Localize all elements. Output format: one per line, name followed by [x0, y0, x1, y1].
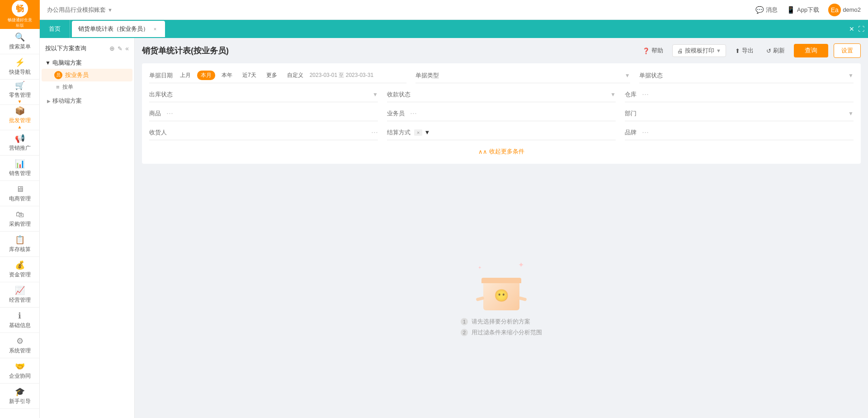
sidebar-item-operation[interactable]: 📈经营管理 [0, 282, 40, 308]
filter-row-1: 单据日期 上月 本月 本年 近7天 更多 自定义 2023-03-01 至 20… [149, 69, 854, 83]
help-icon: ❓ [642, 48, 650, 54]
scheme-icon-text: 员 [56, 72, 61, 78]
bill-type-value[interactable]: ▼ [443, 72, 630, 79]
empty-illustration: 😶 ✦ ✦ [474, 261, 528, 310]
sidebar-item-label: 资金管理 [9, 271, 31, 279]
receiver-more-btn[interactable]: ··· [371, 128, 378, 137]
date-filter-buttons: 上月 本月 本年 近7天 更多 自定义 2023-03-01 至 2023-03… [176, 71, 373, 80]
mobile-scheme-item[interactable]: ▶ 移动端方案 [40, 95, 134, 107]
sidebar-item-retail[interactable]: 🛒零售管理 ▼ [0, 80, 40, 105]
system-icon: ⚙ [16, 336, 24, 346]
bill-status-value[interactable]: ▼ [666, 72, 854, 79]
date-last-month-btn[interactable]: 上月 [176, 71, 194, 80]
settle-tag-remove[interactable]: × [417, 130, 420, 135]
active-tab[interactable]: 销货单统计表（按业务员） × [72, 21, 165, 37]
export-label: 导出 [742, 47, 754, 55]
dept-dropdown[interactable]: ▼ [640, 110, 854, 117]
date-more-btn[interactable]: 更多 [263, 71, 281, 80]
salesman-value: ··· [408, 109, 616, 118]
salesman-more-btn[interactable]: ··· [410, 109, 417, 118]
sidebar-item-basicinfo[interactable]: ℹ基础信息 [0, 308, 40, 333]
sidebar-item-system[interactable]: ⚙系统管理 [0, 333, 40, 358]
page-title-bar: 销货单统计表(按业务员) ❓ 帮助 🖨 按模板打印 ▼ ⬆ 导出 [142, 43, 861, 58]
receiver-input[interactable] [170, 129, 368, 136]
collab-icon: 🤝 [15, 361, 25, 371]
close-window-btn[interactable]: ✕ [849, 25, 854, 33]
empty-hint-1: 1 请先选择要分析的方案 [461, 318, 542, 326]
scheme-item-salesman[interactable]: 员 按业务员 [42, 69, 132, 81]
sidebar-item-purchase[interactable]: 🛍采购管理 [0, 206, 40, 232]
chevron-down-icon: ▼ [610, 91, 616, 98]
warehouse-more-btn[interactable]: ··· [642, 90, 649, 99]
bill-type-dropdown[interactable]: ▼ [443, 72, 630, 79]
collapse-filters-btn[interactable]: ∧∧ 收起更多条件 [149, 145, 854, 158]
sidebar-item-guide[interactable]: 🎓新手引导 [0, 384, 40, 409]
bill-type-label: 单据类型 [415, 71, 439, 80]
print-dropdown-icon: ▼ [716, 48, 721, 53]
print-btn[interactable]: 🖨 按模板打印 ▼ [672, 44, 726, 57]
query-button[interactable]: 查询 [794, 44, 828, 57]
refresh-btn[interactable]: ↺ 刷新 [763, 45, 788, 57]
empty-hint-2: 2 用过滤条件来缩小分析范围 [461, 328, 542, 337]
user-info[interactable]: Ea demo2 [828, 4, 861, 16]
out-status-dropdown[interactable]: ▼ [176, 91, 378, 98]
message-btn[interactable]: 💬 消息 [755, 6, 778, 14]
sidebar-item-label: 新手引导 [9, 398, 31, 405]
sidebar-item-finance[interactable]: 💰资金管理 [0, 257, 40, 282]
tab-close-btn[interactable]: × [151, 25, 159, 33]
sparkle-icon: ✦ [518, 261, 524, 269]
refresh-label: 刷新 [773, 47, 785, 55]
goods-more-btn[interactable]: ··· [166, 109, 173, 118]
chevron-down-icon: ▼ [625, 72, 630, 79]
print-icon: 🖨 [677, 48, 683, 54]
refresh-icon: ↺ [766, 48, 771, 54]
sidebar-item-search[interactable]: 🔍搜索菜单 [0, 29, 40, 54]
sidebar-item-marketing[interactable]: 📢营销推广 [0, 130, 40, 156]
filter-bill-status: 单据状态 ▼ [639, 69, 854, 83]
maximize-btn[interactable]: ⛶ [858, 25, 864, 33]
inventory-icon: 📋 [15, 235, 25, 245]
filter-warehouse: 仓库 ··· [625, 88, 854, 102]
filter-row-3: 商品 ··· 业务员 ··· 部门 [149, 107, 854, 121]
main-area: 办公用品行业模拟账套 ▼ 💬 消息 📱 App下载 Ea demo2 首页 [40, 0, 868, 418]
sidebar-item-wholesale[interactable]: 📦批发管理 ▲ [0, 105, 40, 130]
collapse-panel-btn[interactable]: « [125, 45, 129, 52]
chevron-down-icon: ▼ [373, 91, 378, 98]
date-last7-btn[interactable]: 近7天 [239, 71, 260, 80]
bill-status-dropdown[interactable]: ▼ [666, 72, 854, 79]
export-btn[interactable]: ⬆ 导出 [731, 45, 757, 57]
sidebar-item-shortcut[interactable]: ⚡快捷导航 [0, 54, 40, 80]
brand-more-btn[interactable]: ··· [642, 128, 649, 137]
collect-status-value[interactable]: ▼ [414, 91, 616, 98]
date-custom-btn[interactable]: 自定义 [283, 71, 307, 80]
filter-panel: 单据日期 上月 本月 本年 近7天 更多 自定义 2023-03-01 至 20… [142, 63, 861, 164]
sidebar-item-label: 采购管理 [9, 220, 31, 228]
edit-scheme-btn[interactable]: ✎ [118, 45, 123, 52]
scheme-icon: 员 [54, 71, 62, 79]
account-switcher[interactable]: 办公用品行业模拟账套 ▼ [47, 6, 113, 14]
sidebar-item-sales[interactable]: 📊销售管理 [0, 156, 40, 181]
settle-method-value: × ▼ [414, 129, 616, 136]
app-download-btn[interactable]: 📱 App下载 [787, 6, 819, 14]
dept-value[interactable]: ▼ [640, 110, 854, 117]
collect-status-dropdown[interactable]: ▼ [414, 91, 616, 98]
content-area: 按以下方案查询 ⊕ ✎ « ▼ 电脑端方案 员 按业务员 ≡ 按单 [40, 38, 868, 418]
help-btn[interactable]: ❓ 帮助 [639, 45, 667, 57]
date-this-month-btn[interactable]: 本月 [197, 71, 215, 80]
settings-button[interactable]: 设置 [834, 43, 861, 58]
add-scheme-btn[interactable]: ⊕ [109, 45, 115, 52]
sidebar-item-inventory[interactable]: 📋库存核算 [0, 232, 40, 257]
desktop-scheme-header[interactable]: ▼ 电脑端方案 [40, 57, 134, 69]
filter-dept: 部门 ▼ [625, 107, 854, 121]
home-tab[interactable]: 首页 [40, 20, 70, 38]
guide-icon: 🎓 [15, 387, 25, 397]
settle-dropdown-icon[interactable]: ▼ [424, 129, 430, 136]
sidebar-item-ecommerce[interactable]: 🖥电商管理 [0, 181, 40, 206]
left-panel-title: 按以下方案查询 [45, 44, 86, 52]
avatar: Ea [828, 4, 841, 16]
scheme-subitem-bill[interactable]: ≡ 按单 [40, 81, 134, 93]
sidebar-item-collab[interactable]: 🤝企业协同 [0, 358, 40, 384]
out-status-value[interactable]: ▼ [176, 91, 378, 98]
sidebar-item-label: 营销推广 [9, 144, 31, 152]
date-this-year-btn[interactable]: 本年 [218, 71, 236, 80]
